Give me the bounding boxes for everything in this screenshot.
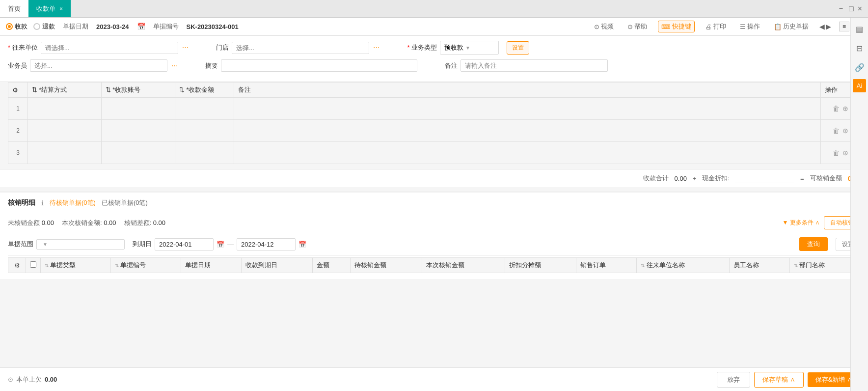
- row-num-2: 2: [8, 120, 28, 142]
- delete-icon[interactable]: 🗑: [833, 149, 840, 157]
- form-row-2: 业务员 ··· 摘要 备注: [8, 59, 860, 72]
- footer-right: 放弃 保存草稿 ∧ 保存&新增 ∧: [717, 372, 860, 388]
- more-conditions-btn[interactable]: ▼ 更多条件 ∧: [782, 219, 820, 227]
- partner-input[interactable]: [41, 42, 178, 54]
- filter-right: ▼ 更多条件 ∧ 自动核销: [782, 216, 860, 229]
- remark-cell-2[interactable]: [234, 120, 821, 142]
- account-cell-3[interactable]: [102, 142, 175, 164]
- sort-icon[interactable]: ⇅: [115, 263, 119, 268]
- partner-field: * 往来单位 ···: [8, 42, 189, 54]
- print-label: 打印: [713, 22, 726, 31]
- settlement-cell-1[interactable]: [28, 98, 102, 120]
- discount-input[interactable]: [735, 173, 794, 183]
- copy-icon[interactable]: ⊕: [842, 127, 848, 135]
- minimize-button[interactable]: －: [837, 3, 845, 14]
- tab-pending[interactable]: 待核销单据(0笔): [50, 198, 96, 207]
- bottom-settings-header[interactable]: ⚙: [8, 258, 26, 273]
- summary-field: 摘要: [205, 59, 417, 72]
- history-button[interactable]: 📋 历史单据: [771, 21, 812, 32]
- circle-icon: ⊙: [594, 23, 599, 30]
- next-arrow[interactable]: ▶: [826, 23, 831, 30]
- table-settings-header[interactable]: ⚙: [8, 83, 28, 98]
- remark-cell-1[interactable]: [234, 98, 821, 120]
- copy-icon[interactable]: ⊕: [842, 149, 848, 157]
- settings-button[interactable]: 设置: [507, 41, 529, 55]
- radio-refund[interactable]: 退款: [33, 22, 55, 31]
- store-input[interactable]: [232, 42, 369, 54]
- date-from-input[interactable]: 2022-04-01: [155, 238, 214, 251]
- bottom-type-header: ⇅ 单据类型: [41, 258, 111, 273]
- sort-icon[interactable]: ⇅: [45, 263, 49, 268]
- sidebar-icon-doc[interactable]: ⊟: [853, 41, 866, 56]
- nav-arrows: ◀ ▶: [819, 23, 831, 30]
- sort-icon[interactable]: ⇅: [794, 263, 798, 268]
- video-button[interactable]: ⊙ 视频: [591, 21, 617, 32]
- print-icon: 🖨: [705, 23, 712, 30]
- business-type-select[interactable]: 预收款 ▼: [440, 41, 499, 55]
- calendar-from-icon[interactable]: 📅: [217, 241, 224, 248]
- shortcut-button[interactable]: ⌨ 快捷键: [658, 21, 695, 32]
- operate-button[interactable]: ☰ 操作: [737, 21, 763, 32]
- range-select[interactable]: ▼: [36, 239, 125, 250]
- copy-icon[interactable]: ⊕: [842, 105, 848, 112]
- chevron-down-icon: ▼: [43, 242, 48, 247]
- radio-receipt[interactable]: 收款: [6, 22, 27, 31]
- bottom-staff-header: 员工名称: [730, 258, 790, 273]
- tab-receipt[interactable]: 收款单 ×: [28, 0, 71, 17]
- bottom-checkbox-header: [26, 258, 41, 273]
- partner-more-icon[interactable]: ···: [182, 43, 189, 52]
- close-button[interactable]: ×: [858, 4, 862, 13]
- delete-icon[interactable]: 🗑: [833, 105, 840, 112]
- search-button[interactable]: 查询: [799, 237, 828, 251]
- maximize-button[interactable]: □: [849, 4, 854, 13]
- staff-input[interactable]: [30, 59, 167, 72]
- tab-home-label: 首页: [8, 4, 21, 13]
- row-num-1: 1: [8, 98, 28, 120]
- account-cell-2[interactable]: [102, 120, 175, 142]
- date-value: 2023-03-24: [96, 23, 129, 30]
- section-title: 核销明细: [8, 198, 35, 207]
- calendar-to-icon[interactable]: 📅: [298, 241, 306, 248]
- calendar-icon[interactable]: 📅: [137, 23, 145, 30]
- diff-value: 0.00: [153, 219, 165, 226]
- tab-done[interactable]: 已核销单据(0笔): [102, 198, 148, 207]
- info-icon[interactable]: ℹ: [41, 199, 44, 207]
- sidebar-icon-active[interactable]: Ai: [853, 79, 867, 92]
- account-cell-1[interactable]: [102, 98, 175, 120]
- print-button[interactable]: 🖨 打印: [703, 21, 729, 32]
- amount-cell-2[interactable]: [175, 120, 234, 142]
- sidebar-icon-link[interactable]: 🔗: [852, 60, 868, 75]
- form-row-1: * 往来单位 ··· 门店 ··· * 业务类型 预收款 ▼ 设置: [8, 41, 860, 55]
- close-icon[interactable]: ×: [59, 5, 63, 12]
- bottom-date-header: 单据日期: [181, 258, 241, 273]
- amount-cell-3[interactable]: [175, 142, 234, 164]
- save-draft-button[interactable]: 保存草稿 ∧: [754, 372, 804, 388]
- settlement-cell-2[interactable]: [28, 120, 102, 142]
- sort-icon[interactable]: ⇅: [641, 263, 645, 268]
- store-more-icon[interactable]: ···: [373, 43, 380, 52]
- prev-arrow[interactable]: ◀: [819, 23, 825, 30]
- help-icon: ⊙: [627, 23, 633, 30]
- delete-icon[interactable]: 🗑: [833, 127, 840, 135]
- bottom-partner-header: ⇅ 往来单位名称: [637, 258, 730, 273]
- settlement-cell-3[interactable]: [28, 142, 102, 164]
- operate-icon: ☰: [740, 23, 746, 30]
- select-all-checkbox[interactable]: [30, 261, 36, 268]
- range-label: 单据范围: [8, 240, 33, 249]
- footer-left: ⊙ 本单上欠 0.00: [8, 375, 57, 384]
- footer-info-icon[interactable]: ⊙: [8, 376, 13, 383]
- remark-cell-3[interactable]: [234, 142, 821, 164]
- list-view-button[interactable]: ≡: [839, 22, 849, 31]
- tab-home[interactable]: 首页: [0, 0, 28, 17]
- remark-field: 备注: [445, 59, 608, 72]
- abandon-button[interactable]: 放弃: [717, 372, 750, 388]
- sidebar-icon-table[interactable]: ▤: [853, 22, 866, 37]
- remark-input[interactable]: [461, 59, 608, 72]
- date-to-input[interactable]: 2022-04-12: [237, 238, 296, 251]
- staff-more-icon[interactable]: ···: [171, 61, 178, 70]
- table-amount-header: ⇅ *收款金额: [175, 83, 234, 98]
- help-button[interactable]: ⊙ 帮助: [624, 21, 650, 32]
- amount-cell-1[interactable]: [175, 98, 234, 120]
- writeoff-stats: 未核销金额 0.00 本次核销金额: 0.00 核销差额: 0.00 ▼ 更多条…: [8, 212, 860, 233]
- summary-input[interactable]: [221, 59, 417, 72]
